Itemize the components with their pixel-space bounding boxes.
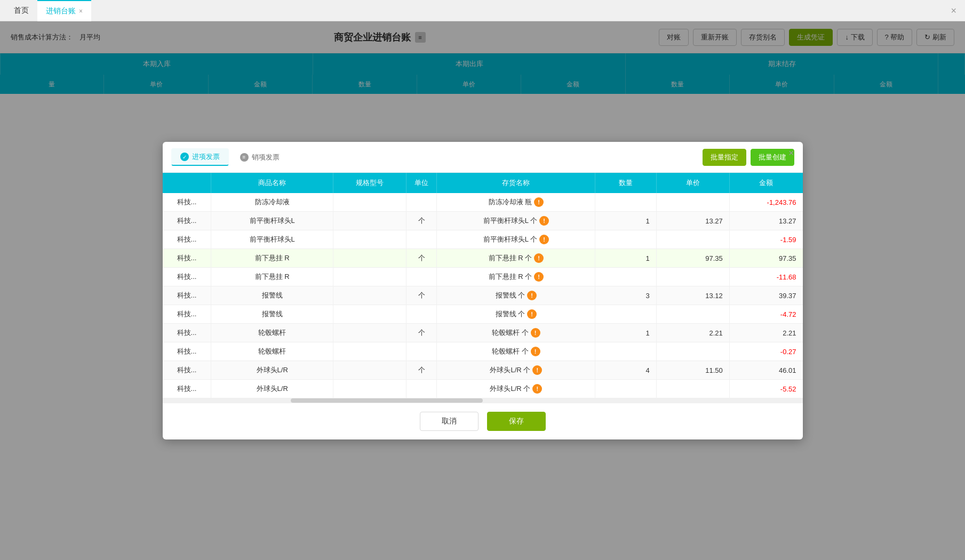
window-close-icon[interactable]: × xyxy=(951,5,956,16)
warning-icon[interactable]: ! xyxy=(534,272,544,282)
modal-dialog: ✓ 进项发票 ≡ 销项发票 批量指定 批量创建 × xyxy=(163,142,803,439)
warning-icon[interactable]: ! xyxy=(527,291,537,300)
table-cell: 1 xyxy=(595,212,656,230)
table-cell xyxy=(656,230,729,249)
warning-icon[interactable]: ! xyxy=(532,384,542,394)
table-row: 科技...前平衡杆球头L个前平衡杆球头L 个!113.2713.27 xyxy=(163,212,803,230)
table-cell: 科技... xyxy=(163,193,211,212)
tab-bar: 首页 进销台账 × × xyxy=(0,0,965,21)
table-cell: 11.50 xyxy=(656,361,729,380)
batch-assign-button[interactable]: 批量指定 xyxy=(703,149,746,166)
table-row: 科技...轮毂螺杆个轮毂螺杆 个!12.212.21 xyxy=(163,324,803,342)
table-cell xyxy=(595,380,656,398)
jinxiang-tab-icon: ✓ xyxy=(180,153,189,161)
table-cell[interactable]: 前下悬挂 R 个! xyxy=(437,249,595,268)
table-cell: 13.12 xyxy=(656,286,729,305)
table-cell xyxy=(406,268,437,286)
table-cell: 科技... xyxy=(163,249,211,268)
table-cell xyxy=(406,380,437,398)
warning-icon[interactable]: ! xyxy=(539,216,549,226)
tab-home[interactable]: 首页 xyxy=(5,0,37,21)
table-cell xyxy=(333,212,406,230)
table-cell[interactable]: 报警线 个! xyxy=(437,286,595,305)
table-cell: 2.21 xyxy=(729,324,802,342)
table-cell: 前下悬挂 R xyxy=(211,268,333,286)
table-cell xyxy=(333,342,406,361)
table-cell xyxy=(656,380,729,398)
table-cell: 个 xyxy=(406,286,437,305)
jinxiang-tab-label: 进项发票 xyxy=(192,152,220,162)
table-row: 科技...报警线报警线 个!-4.72 xyxy=(163,305,803,324)
tab-close-icon[interactable]: × xyxy=(79,7,83,15)
table-cell: 科技... xyxy=(163,230,211,249)
modal-close-icon[interactable]: × xyxy=(788,148,794,158)
table-cell: 13.27 xyxy=(656,212,729,230)
table-cell[interactable]: 前下悬挂 R 个! xyxy=(437,268,595,286)
batch-create-button[interactable]: 批量创建 xyxy=(751,149,794,166)
warning-icon[interactable]: ! xyxy=(539,235,549,244)
modal-header-actions: 批量指定 批量创建 xyxy=(703,149,794,166)
table-cell[interactable]: 外球头L/R 个! xyxy=(437,361,595,380)
th-amount: 金额 xyxy=(729,173,802,193)
table-cell[interactable]: 轮毂螺杆 个! xyxy=(437,324,595,342)
warning-icon[interactable]: ! xyxy=(532,365,542,375)
table-cell: 科技... xyxy=(163,324,211,342)
table-cell: -11.68 xyxy=(729,268,802,286)
warning-icon[interactable]: ! xyxy=(527,309,537,319)
table-cell: 科技... xyxy=(163,361,211,380)
th-price: 单价 xyxy=(656,173,729,193)
modal-scrollbar[interactable] xyxy=(163,398,803,403)
table-cell[interactable]: 外球头L/R 个! xyxy=(437,380,595,398)
table-cell[interactable]: 轮毂螺杆 个! xyxy=(437,342,595,361)
table-row: 科技...前下悬挂 R个前下悬挂 R 个!197.3597.35 xyxy=(163,249,803,268)
table-cell: 46.01 xyxy=(729,361,802,380)
table-cell: 个 xyxy=(406,249,437,268)
save-button[interactable]: 保存 xyxy=(487,412,546,431)
table-cell: 39.37 xyxy=(729,286,802,305)
table-cell: 科技... xyxy=(163,212,211,230)
tab-jinxiao-label: 进销台账 xyxy=(46,6,76,16)
table-cell xyxy=(595,305,656,324)
table-cell: 外球头L/R xyxy=(211,361,333,380)
table-cell xyxy=(595,268,656,286)
modal-table: 商品名称 规格型号 单位 存货名称 数量 单价 金额 科技...防冻冷却液防冻冷… xyxy=(163,173,803,398)
table-row: 科技...报警线个报警线 个!313.1239.37 xyxy=(163,286,803,305)
warning-icon[interactable]: ! xyxy=(534,197,544,207)
th-company xyxy=(163,173,211,193)
table-cell: 97.35 xyxy=(656,249,729,268)
table-cell[interactable]: 前平衡杆球头L 个! xyxy=(437,230,595,249)
table-cell: -1,243.76 xyxy=(729,193,802,212)
table-cell: 报警线 xyxy=(211,286,333,305)
table-cell: 科技... xyxy=(163,286,211,305)
cancel-button[interactable]: 取消 xyxy=(420,412,478,431)
table-row: 科技...外球头L/R外球头L/R 个!-5.52 xyxy=(163,380,803,398)
xiaoxiang-tab-label: 销项发票 xyxy=(252,153,280,162)
table-cell xyxy=(333,324,406,342)
table-cell xyxy=(406,230,437,249)
table-cell[interactable]: 防冻冷却液 瓶! xyxy=(437,193,595,212)
table-cell: -4.72 xyxy=(729,305,802,324)
table-cell: 防冻冷却液 xyxy=(211,193,333,212)
table-cell: -0.27 xyxy=(729,342,802,361)
tab-jinxiang[interactable]: ✓ 进项发票 xyxy=(171,148,229,166)
table-cell[interactable]: 前平衡杆球头L 个! xyxy=(437,212,595,230)
table-cell: 1 xyxy=(595,249,656,268)
table-cell: 个 xyxy=(406,361,437,380)
table-cell: 前平衡杆球头L xyxy=(211,212,333,230)
table-cell[interactable]: 报警线 个! xyxy=(437,305,595,324)
th-qty: 数量 xyxy=(595,173,656,193)
table-cell xyxy=(333,305,406,324)
modal-footer: 取消 保存 xyxy=(163,403,803,439)
warning-icon[interactable]: ! xyxy=(534,253,544,263)
warning-icon[interactable]: ! xyxy=(531,347,540,356)
tab-home-label: 首页 xyxy=(14,6,29,15)
tab-xiaoxiang[interactable]: ≡ 销项发票 xyxy=(231,149,289,166)
table-cell: 科技... xyxy=(163,342,211,361)
table-cell: 前下悬挂 R xyxy=(211,249,333,268)
warning-icon[interactable]: ! xyxy=(531,328,540,338)
table-cell xyxy=(333,249,406,268)
modal-table-wrapper[interactable]: 商品名称 规格型号 单位 存货名称 数量 单价 金额 科技...防冻冷却液防冻冷… xyxy=(163,173,803,398)
table-cell: 3 xyxy=(595,286,656,305)
table-cell: 4 xyxy=(595,361,656,380)
tab-jinxiao[interactable]: 进销台账 × xyxy=(37,0,91,21)
